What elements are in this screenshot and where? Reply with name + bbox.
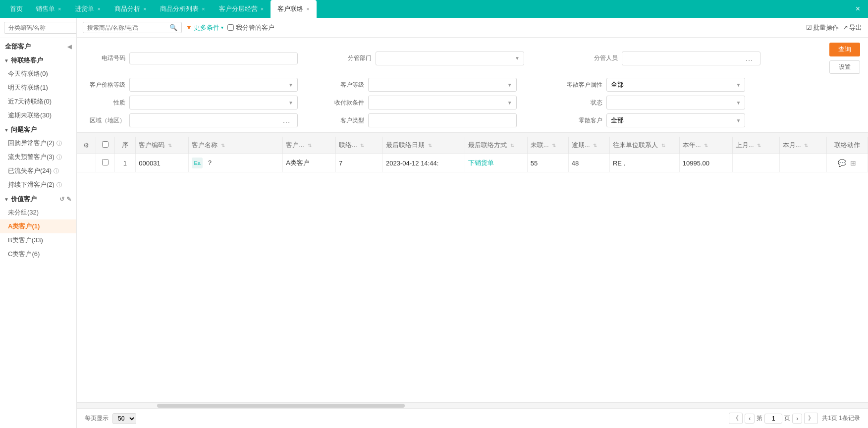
current-page-input[interactable]	[764, 414, 782, 424]
chevron-down-icon: ▼	[507, 100, 512, 106]
close-product-analysis-list-tab[interactable]: ×	[202, 6, 205, 12]
select-all-checkbox[interactable]	[102, 141, 108, 148]
qr-icon[interactable]: ⊞	[850, 159, 856, 167]
col-uncontact[interactable]: 未联... ⇅	[527, 137, 568, 154]
sidebar-item-abnormal[interactable]: 回购异常客户(2) ⓘ	[0, 136, 76, 150]
ellipsis-icon[interactable]: …	[745, 54, 753, 63]
col-last-date[interactable]: 最后联络日期 ⇅	[383, 137, 465, 154]
dept-label: 分管部门	[331, 54, 376, 62]
col-name[interactable]: 客户名称 ⇅	[189, 137, 283, 154]
close-customer-contact-tab[interactable]: ×	[306, 6, 309, 12]
batch-op-btn[interactable]: ☑ 批量操作	[806, 23, 839, 32]
row-name: Ea ？	[189, 154, 283, 172]
close-customer-segment-tab[interactable]: ×	[261, 6, 264, 12]
nature-label: 性质	[85, 99, 129, 107]
sort-icon: ⇅	[661, 143, 665, 148]
col-this-month[interactable]: 本月... ⇅	[779, 137, 826, 154]
nature-select[interactable]: ▼	[129, 96, 298, 109]
more-conditions-btn[interactable]: ▼ 更多条件 ▾	[186, 23, 223, 32]
tab-purchase[interactable]: 进货单 ×	[68, 0, 107, 18]
query-button[interactable]: 查询	[829, 43, 860, 56]
chevron-down-icon: ▼	[507, 82, 512, 88]
close-product-analysis-tab[interactable]: ×	[143, 6, 146, 12]
sidebar-pending-group[interactable]: ▼ 待联络客户	[0, 53, 76, 67]
sidebar-item-today[interactable]: 今天待联络(0)	[0, 67, 76, 81]
sidebar-item-7days[interactable]: 近7天待联络(0)	[0, 95, 76, 108]
col-last-month[interactable]: 上月... ⇅	[732, 137, 779, 154]
row-contact: 7	[336, 154, 383, 172]
manager-select[interactable]: …	[622, 52, 760, 65]
row-this-month	[779, 154, 826, 172]
settings-button[interactable]: 设置	[829, 60, 860, 74]
sidebar-search-area: 🔍	[0, 18, 76, 38]
sidebar-item-warning[interactable]: 流失预警客户(3) ⓘ	[0, 150, 76, 164]
my-customers-check[interactable]	[227, 24, 234, 31]
sidebar-problem-group[interactable]: ▼ 问题客户	[0, 122, 76, 136]
row-checkbox[interactable]	[96, 154, 114, 172]
filter-cell-manager: 分管人员 …	[577, 52, 823, 65]
refresh-icon[interactable]: ↺	[59, 196, 64, 203]
row-last-method: 下销货单	[465, 154, 527, 172]
tab-home[interactable]: 首页	[4, 4, 29, 13]
edit-icon[interactable]: ✎	[66, 196, 71, 203]
sidebar-item-overdue[interactable]: 逾期未联络(30)	[0, 108, 76, 122]
page-size-select[interactable]: 50	[112, 413, 136, 424]
customer-level-select[interactable]: ▼	[368, 78, 517, 92]
col-code[interactable]: 客户编码 ⇅	[136, 137, 189, 154]
close-sales-tab[interactable]: ×	[58, 6, 61, 12]
region-select[interactable]: …	[129, 113, 298, 127]
chevron-down-icon: ▼	[736, 82, 741, 88]
my-customers-checkbox[interactable]: 我分管的客户	[227, 23, 274, 32]
arrow-icon-2: ▼	[4, 127, 9, 133]
first-page-btn[interactable]: 《	[729, 413, 743, 424]
global-close-btn[interactable]: ×	[852, 4, 864, 13]
sort-icon: ⇅	[308, 143, 312, 148]
message-icon[interactable]: 💬	[838, 159, 846, 167]
sidebar-item-ungroup[interactable]: 未分组(32)	[0, 206, 76, 219]
main-search-icon[interactable]: 🔍	[169, 24, 177, 31]
sidebar-item-lost[interactable]: 已流失客户(24) ⓘ	[0, 164, 76, 178]
next-page-btn[interactable]: ›	[792, 414, 802, 424]
sidebar-all-customers[interactable]: 全部客户 ◀	[0, 38, 76, 53]
col-settings[interactable]: ⚙	[77, 137, 96, 154]
col-last-method[interactable]: 最后联络方式 ⇅	[465, 137, 527, 154]
price-level-select[interactable]: ▼	[129, 78, 298, 92]
retail-customer-select[interactable]: 全部 ▼	[606, 113, 745, 127]
last-page-btn[interactable]: 》	[804, 413, 818, 424]
sidebar-item-a-class[interactable]: A类客户(1)	[0, 219, 76, 233]
ellipsis-icon-2[interactable]: …	[282, 116, 290, 125]
status-select[interactable]: ▼	[606, 96, 745, 109]
col-unit-contact[interactable]: 往来单位联系人 ⇅	[609, 137, 679, 154]
dept-select[interactable]: ▼	[376, 52, 524, 65]
sidebar-item-tomorrow[interactable]: 明天待联络(1)	[0, 81, 76, 95]
sidebar-value-group[interactable]: ▼ 价值客户 ↺ ✎	[0, 192, 76, 206]
col-type[interactable]: 客户... ⇅	[283, 137, 336, 154]
sidebar-search-input[interactable]	[4, 22, 77, 34]
scrollbar-thumb[interactable]	[157, 404, 405, 408]
sidebar-item-declining[interactable]: 持续下滑客户(2) ⓘ	[0, 178, 76, 192]
sidebar-item-c-class[interactable]: C类客户(6)	[0, 247, 76, 261]
tab-product-analysis-list[interactable]: 商品分析列表 ×	[153, 0, 212, 18]
close-purchase-tab[interactable]: ×	[97, 6, 100, 12]
tab-sales[interactable]: 销售单 ×	[29, 0, 68, 18]
sidebar-item-b-class[interactable]: B类客户(33)	[0, 233, 76, 247]
sidebar-value-actions: ↺ ✎	[59, 196, 71, 203]
col-overdue[interactable]: 逾期... ⇅	[568, 137, 609, 154]
row-select-checkbox[interactable]	[102, 159, 108, 165]
retail-attr-select[interactable]: 全部 ▼	[606, 78, 745, 92]
payment-select[interactable]: ▼	[368, 96, 517, 109]
tab-customer-segment[interactable]: 客户分层经营 ×	[212, 0, 271, 18]
last-method-link[interactable]: 下销货单	[468, 159, 494, 166]
main-search-input[interactable]	[87, 24, 169, 31]
tab-customer-contact[interactable]: 客户联络 ×	[271, 0, 316, 18]
chevron-down-icon: ▼	[515, 55, 520, 61]
tab-product-analysis[interactable]: 商品分析 ×	[108, 0, 153, 18]
col-contact[interactable]: 联络... ⇅	[336, 137, 383, 154]
phone-input[interactable]	[129, 53, 298, 64]
customer-type-select[interactable]	[368, 113, 517, 127]
chevron-down-icon: ▼	[736, 118, 741, 123]
export-btn[interactable]: ↗ 导出	[843, 23, 862, 32]
phone-label: 电话号码	[85, 54, 129, 62]
prev-page-btn[interactable]: ‹	[745, 414, 755, 424]
col-year[interactable]: 本年... ⇅	[679, 137, 732, 154]
